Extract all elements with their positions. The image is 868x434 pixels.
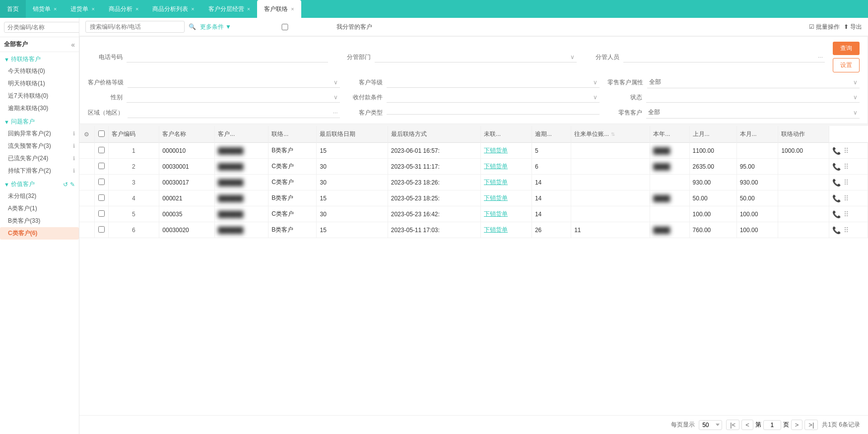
nav-customer-contact[interactable]: 客户联络 × <box>257 0 301 18</box>
gender-select[interactable]: ∨ <box>127 92 340 103</box>
export-button[interactable]: ⬆ 导出 <box>844 23 862 31</box>
last-page-button[interactable]: >| <box>804 420 818 430</box>
row-customer-name[interactable]: ██████ <box>215 206 268 222</box>
page-number-input[interactable] <box>763 420 781 430</box>
row-select[interactable] <box>98 147 105 153</box>
nav-purchase-order[interactable]: 进货单 × <box>64 0 101 18</box>
row-contact-action[interactable]: 📞 ⠿ <box>829 159 868 175</box>
sidebar-item-ungrouped[interactable]: 未分组(32) <box>0 190 79 202</box>
region-select[interactable]: ··· <box>128 108 340 118</box>
phone-icon[interactable]: 📞 <box>832 163 841 171</box>
sidebar-item-today[interactable]: 今天待联络(0) <box>0 65 79 77</box>
gear-icon[interactable]: ⚙ <box>84 131 89 138</box>
row-contact-action[interactable]: 📞 ⠿ <box>829 222 868 238</box>
customer-value-select[interactable]: ∨ <box>128 77 340 88</box>
dept-select[interactable]: ∨ <box>375 52 576 62</box>
more-icon[interactable]: ⠿ <box>844 226 849 234</box>
row-last-contact-method[interactable]: 下销货单 <box>481 143 532 159</box>
more-icon[interactable]: ⠿ <box>844 163 849 171</box>
row-contact-action[interactable]: 📞 ⠿ <box>829 143 868 159</box>
row-last-contact-method[interactable]: 下销货单 <box>481 159 532 175</box>
person-select[interactable]: ··· <box>623 52 825 62</box>
sidebar-item-overdue[interactable]: 逾期未联络(30) <box>0 102 79 115</box>
row-customer-name[interactable]: ██████ <box>215 222 268 238</box>
row-contact-action[interactable]: 📞 ⠿ <box>829 206 868 222</box>
sidebar-item-class-a[interactable]: A类客户(1) <box>0 202 79 215</box>
retail-attr-select[interactable]: 全部 ∨ <box>647 76 860 88</box>
sidebar-all-customers[interactable]: 全部客户 « <box>0 37 79 52</box>
row-last-contact-method[interactable]: 下销货单 <box>481 206 532 222</box>
sidebar-item-class-c[interactable]: C类客户(6) <box>0 227 79 240</box>
customer-type-select[interactable] <box>387 111 600 115</box>
row-checkbox[interactable] <box>94 159 108 175</box>
close-icon[interactable]: × <box>191 6 194 12</box>
row-checkbox[interactable] <box>94 143 108 159</box>
row-checkbox[interactable] <box>94 206 108 222</box>
refresh-icon[interactable]: ↺ <box>63 181 68 188</box>
status-select[interactable]: ∨ <box>646 92 860 103</box>
phone-icon[interactable]: 📞 <box>832 194 841 202</box>
checkbox-col-header[interactable] <box>94 126 108 143</box>
phone-icon[interactable]: 📞 <box>832 226 841 234</box>
sidebar-item-class-b[interactable]: B类客户(33) <box>0 215 79 227</box>
sidebar-item-churn-warn[interactable]: 流失预警客户(3) ℹ <box>0 140 79 152</box>
row-customer-name[interactable]: ██████ <box>215 190 268 206</box>
row-select[interactable] <box>98 179 105 185</box>
phone-icon[interactable]: 📞 <box>832 147 841 155</box>
more-icon[interactable]: ⠿ <box>844 147 849 155</box>
nav-sales-order[interactable]: 销货单 × <box>26 0 64 18</box>
first-page-button[interactable]: |< <box>726 420 739 430</box>
row-last-contact-method[interactable]: 下销货单 <box>481 222 532 238</box>
row-checkbox[interactable] <box>94 190 108 206</box>
close-icon[interactable]: × <box>135 6 138 12</box>
sidebar-item-churned[interactable]: 已流失客户(24) ℹ <box>0 152 79 165</box>
row-last-contact-method[interactable]: 下销货单 <box>481 190 532 206</box>
row-checkbox[interactable] <box>94 175 108 190</box>
more-icon[interactable]: ⠿ <box>844 194 849 202</box>
row-select[interactable] <box>98 226 105 233</box>
nav-product-list[interactable]: 商品分析列表 × <box>145 0 201 18</box>
more-icon[interactable]: ⠿ <box>844 179 849 186</box>
sidebar-item-declining[interactable]: 持续下滑客户(2) ℹ <box>0 165 79 177</box>
close-icon[interactable]: × <box>247 6 250 12</box>
sort-icon[interactable]: ⇅ <box>611 131 615 137</box>
filter-search-icon[interactable]: 🔍 <box>189 23 196 30</box>
my-customers-check[interactable] <box>235 24 334 30</box>
page-size-select[interactable]: 50 100 200 <box>699 420 722 430</box>
row-customer-name[interactable]: ██████ <box>215 159 268 175</box>
more-conditions-button[interactable]: 更多条件 ▼ <box>200 23 231 31</box>
row-select[interactable] <box>98 210 105 217</box>
select-all-checkbox[interactable] <box>98 130 105 137</box>
phone-icon[interactable]: 📞 <box>832 179 841 186</box>
sidebar-item-tomorrow[interactable]: 明天待联络(1) <box>0 77 79 90</box>
prev-page-button[interactable]: < <box>741 420 753 430</box>
row-customer-name[interactable]: ██████ <box>215 175 268 190</box>
my-customers-checkbox[interactable]: 我分管的客户 <box>235 23 372 31</box>
close-icon[interactable]: × <box>91 6 94 12</box>
payment-select[interactable]: ∨ <box>387 92 600 103</box>
close-icon[interactable]: × <box>54 6 57 12</box>
edit-icon[interactable]: ✎ <box>70 181 75 188</box>
close-icon[interactable]: × <box>291 6 294 12</box>
sidebar-search-input[interactable] <box>4 22 79 33</box>
row-select[interactable] <box>98 163 105 169</box>
retail-customer-select[interactable]: 全部 ∨ <box>646 107 860 119</box>
batch-op-button[interactable]: ☑ 批量操作 <box>809 23 840 31</box>
row-last-contact-method[interactable]: 下销货单 <box>481 175 532 190</box>
sidebar-item-7days[interactable]: 近7天待联络(0) <box>0 90 79 102</box>
nav-customer-segment[interactable]: 客户分层经营 × <box>201 0 257 18</box>
phone-icon[interactable]: 📞 <box>832 210 841 218</box>
query-button[interactable]: 查询 <box>833 42 860 55</box>
nav-product-analysis[interactable]: 商品分析 × <box>102 0 145 18</box>
sidebar-item-abnormal[interactable]: 回购异常客户(2) ℹ <box>0 127 79 140</box>
row-checkbox[interactable] <box>94 222 108 238</box>
row-customer-name[interactable]: ██████ <box>215 143 268 159</box>
filter-search-input[interactable] <box>85 21 185 33</box>
next-page-button[interactable]: > <box>791 420 803 430</box>
row-contact-action[interactable]: 📞 ⠿ <box>829 175 868 190</box>
phone-input[interactable] <box>127 52 328 62</box>
row-select[interactable] <box>98 194 105 201</box>
row-contact-action[interactable]: 📞 ⠿ <box>829 190 868 206</box>
settings-button[interactable]: 设置 <box>833 58 860 72</box>
settings-col-header[interactable]: ⚙ <box>79 126 94 143</box>
